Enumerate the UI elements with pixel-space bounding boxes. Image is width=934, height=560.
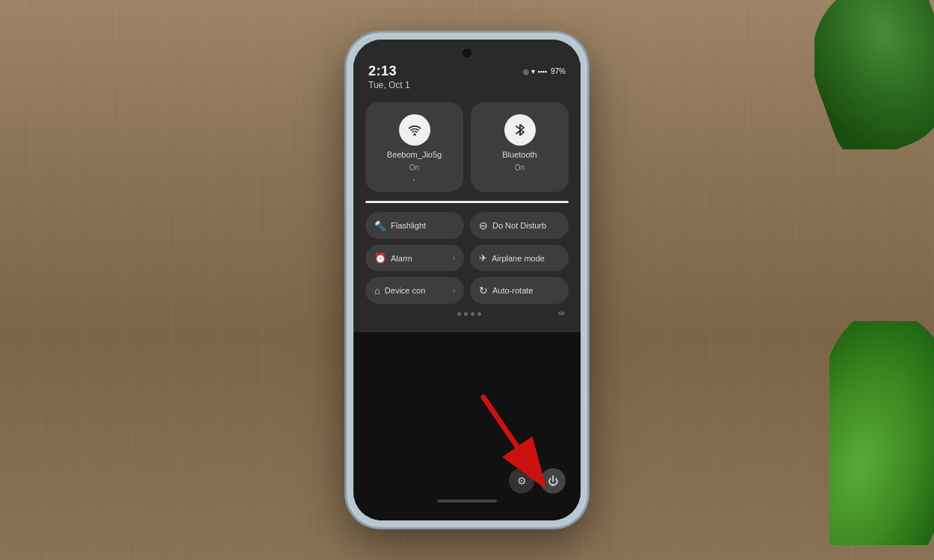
- leaf-decoration-top: [814, 0, 934, 149]
- battery-text: 97%: [551, 67, 566, 75]
- device-controls-tile[interactable]: ⌂ Device con ›: [365, 277, 464, 304]
- wifi-tile[interactable]: Beebom_Jio5g On •: [365, 102, 463, 192]
- auto-rotate-label: Auto-rotate: [492, 286, 560, 295]
- flashlight-tile[interactable]: 🔦 Flashlight: [365, 212, 464, 239]
- alarm-chevron: ›: [453, 254, 455, 262]
- dnd-icon: ⊖: [479, 220, 488, 231]
- red-arrow: [461, 390, 558, 487]
- bluetooth-tile-name: Bluetooth: [502, 150, 536, 159]
- edit-icon[interactable]: ✏: [558, 308, 566, 319]
- wifi-icon: [407, 122, 422, 137]
- wifi-tile-status: On: [409, 164, 419, 172]
- phone-device: 2:13 ◎ ▾ ▪▪▪▪ 97% Tue, Oct 1: [347, 34, 587, 526]
- dot-2: [464, 312, 468, 316]
- airplane-label: Airplane mode: [492, 254, 560, 263]
- status-bar: 2:13 ◎ ▾ ▪▪▪▪ 97%: [368, 63, 566, 79]
- bluetooth-tile[interactable]: Bluetooth On: [471, 102, 569, 192]
- signal-icon: ▪▪▪▪: [537, 68, 547, 75]
- wifi-icon: ▾: [531, 67, 535, 75]
- airplane-tile[interactable]: ✈ Airplane mode: [470, 245, 569, 271]
- small-tiles-row-2: ⏰ Alarm › ✈ Airplane mode: [365, 245, 569, 271]
- location-icon: ◎: [523, 68, 529, 75]
- dots-edit-bar: ✏: [365, 304, 569, 322]
- wifi-tile-name: Beebom_Jio5g: [387, 150, 442, 159]
- svg-line-1: [483, 397, 532, 468]
- alarm-tile[interactable]: ⏰ Alarm ›: [365, 245, 464, 271]
- flashlight-label: Flashlight: [391, 221, 455, 230]
- dot-1: [457, 312, 461, 316]
- bluetooth-tile-icon: [504, 114, 536, 146]
- device-controls-chevron: ›: [453, 287, 455, 295]
- wifi-tile-dots: •: [413, 176, 416, 183]
- small-tiles-grid: 🔦 Flashlight ⊖ Do Not Disturb ⏰ Alarm ›: [365, 212, 569, 304]
- quick-settings-panel: Beebom_Jio5g On • Bluetooth On: [353, 95, 581, 332]
- status-icons: ◎ ▾ ▪▪▪▪ 97%: [523, 67, 566, 75]
- phone-screen: 2:13 ◎ ▾ ▪▪▪▪ 97% Tue, Oct 1: [353, 40, 581, 520]
- bluetooth-icon: [513, 122, 527, 138]
- status-time: 2:13: [368, 63, 397, 79]
- leaf-decoration-bottom: [829, 321, 934, 545]
- device-controls-icon: ⌂: [374, 285, 380, 296]
- large-tiles-row: Beebom_Jio5g On • Bluetooth On: [365, 102, 569, 192]
- separator: [365, 201, 569, 203]
- status-bar-area: 2:13 ◎ ▾ ▪▪▪▪ 97% Tue, Oct 1: [353, 40, 581, 95]
- dot-4: [477, 312, 481, 316]
- alarm-label: Alarm: [391, 254, 448, 263]
- dnd-tile[interactable]: ⊖ Do Not Disturb: [470, 212, 569, 239]
- auto-rotate-icon: ↻: [479, 284, 488, 296]
- camera-notch: [463, 49, 471, 57]
- dark-bottom-area: ⚙ ⏻: [353, 332, 581, 520]
- home-indicator[interactable]: [437, 500, 497, 503]
- airplane-icon: ✈: [479, 252, 487, 264]
- alarm-icon: ⏰: [374, 252, 386, 264]
- device-controls-label: Device con: [385, 286, 448, 295]
- bluetooth-tile-status: On: [515, 164, 525, 172]
- small-tiles-row-3: ⌂ Device con › ↻ Auto-rotate: [365, 277, 569, 304]
- auto-rotate-tile[interactable]: ↻ Auto-rotate: [470, 277, 569, 304]
- status-date: Tue, Oct 1: [368, 80, 566, 90]
- wifi-tile-icon: [399, 114, 430, 146]
- dnd-label: Do Not Disturb: [492, 221, 560, 230]
- dot-3: [471, 312, 474, 316]
- flashlight-icon: 🔦: [374, 220, 386, 231]
- page-dots: [457, 312, 481, 316]
- small-tiles-row-1: 🔦 Flashlight ⊖ Do Not Disturb: [365, 212, 569, 239]
